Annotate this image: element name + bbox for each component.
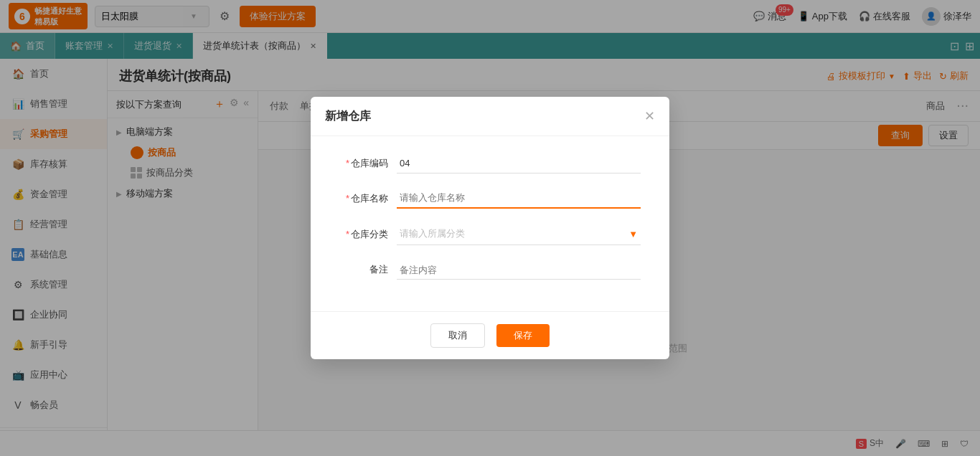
name-input[interactable] [397,188,641,209]
category-arrow-icon: ▼ [628,229,638,239]
new-warehouse-dialog: 新增仓库 ✕ 仓库编码 仓库名称 仓库分类 请输入所属分类 ▼ [311,97,669,359]
name-label: 仓库名称 [339,192,397,205]
dialog-header: 新增仓库 ✕ [311,97,669,136]
form-row-code: 仓库编码 [339,153,641,174]
category-placeholder: 请输入所属分类 [400,227,465,240]
category-label: 仓库分类 [339,228,397,241]
save-button[interactable]: 保存 [496,324,550,347]
code-label: 仓库编码 [339,157,397,170]
form-row-category: 仓库分类 请输入所属分类 ▼ [339,223,641,245]
code-input[interactable] [397,153,641,174]
cancel-button[interactable]: 取消 [430,323,485,348]
form-row-name: 仓库名称 [339,188,641,209]
dialog-body: 仓库编码 仓库名称 仓库分类 请输入所属分类 ▼ 备注 [311,136,669,311]
category-select[interactable]: 请输入所属分类 ▼ [397,223,641,245]
dialog-footer: 取消 保存 [311,311,669,359]
note-label: 备注 [339,263,397,276]
modal-overlay: 新增仓库 ✕ 仓库编码 仓库名称 仓库分类 请输入所属分类 ▼ [0,0,980,456]
dialog-title: 新增仓库 [325,109,371,124]
close-icon[interactable]: ✕ [644,108,655,124]
form-row-note: 备注 [339,260,641,280]
note-input[interactable] [397,260,641,280]
